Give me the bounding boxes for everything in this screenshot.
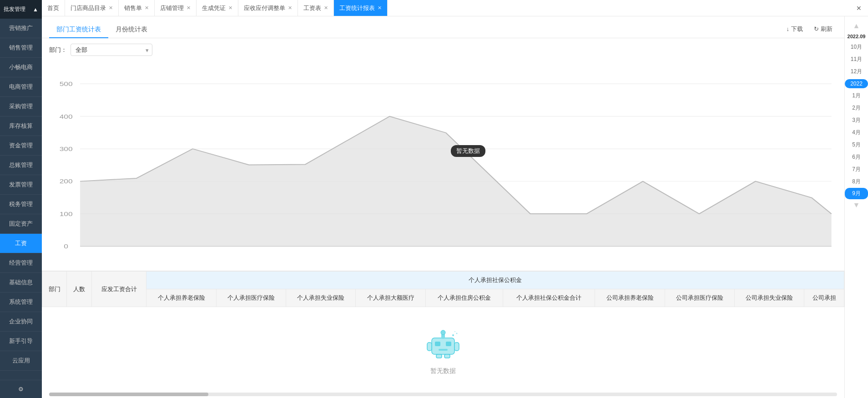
- sidebar-item-tax[interactable]: 税务管理: [0, 195, 42, 214]
- timeline-jul[interactable]: 7月: [845, 163, 868, 176]
- sub-tabs: 部门工资统计表 月份统计表 ↓ 下载 ↻ 刷新: [42, 16, 844, 38]
- tab-payroll[interactable]: 工资表 ✕: [298, 0, 334, 16]
- timeline-up-arrow[interactable]: ▲: [851, 20, 862, 32]
- tab-store-mgmt[interactable]: 店铺管理 ✕: [155, 0, 197, 16]
- svg-rect-15: [446, 342, 451, 346]
- svg-text:0: 0: [64, 243, 68, 250]
- sidebar: 批发管理 ▲ 营销推广 销售管理 小畅电商 电商管理 采购管理 库存核算 资金管…: [0, 0, 42, 398]
- data-table: 部门 人数 应发工资合计 个人承担社保公积金: [42, 271, 844, 391]
- tab-close-product-catalog[interactable]: ✕: [109, 5, 113, 10]
- timeline-header: 2022.09: [845, 32, 868, 41]
- svg-point-18: [441, 330, 445, 335]
- sidebar-item-wages[interactable]: 工资: [0, 234, 42, 253]
- timeline-oct[interactable]: 10月: [845, 41, 868, 53]
- tab-bar-end: ✕: [853, 3, 868, 14]
- chart-svg: 0 100 200 300 400 500: [49, 69, 837, 251]
- svg-rect-22: [444, 354, 450, 358]
- sidebar-title[interactable]: 批发管理 ▲: [0, 0, 42, 19]
- tab-produce-cert[interactable]: 生成凭证 ✕: [197, 0, 238, 16]
- tab-close-store-mgmt[interactable]: ✕: [187, 5, 191, 10]
- sidebar-item-invoice[interactable]: 发票管理: [0, 175, 42, 195]
- col-company-unemployment: 公司承担失业保险: [735, 289, 804, 307]
- tab-close-payroll-report[interactable]: ✕: [378, 5, 382, 10]
- sidebar-title-arrow: ▲: [33, 6, 38, 13]
- sidebar-item-collab[interactable]: 企业协同: [0, 312, 42, 332]
- sidebar-item-guide[interactable]: 新手引导: [0, 332, 42, 351]
- svg-text:300: 300: [60, 146, 73, 152]
- tab-close-produce-cert[interactable]: ✕: [228, 5, 232, 10]
- svg-rect-20: [454, 343, 459, 351]
- tab-bar: 首页 门店商品目录 ✕ 销售单 ✕ 店铺管理 ✕ 生成凭证 ✕ 应收应付调整单 …: [42, 0, 868, 16]
- timeline-year-2022[interactable]: 2022: [845, 79, 868, 88]
- timeline-feb[interactable]: 2月: [845, 102, 868, 114]
- sidebar-item-system[interactable]: 系统管理: [0, 292, 42, 312]
- col-personal-unemployment: 个人承担失业保险: [286, 289, 356, 307]
- empty-state: 暂无数据: [42, 307, 844, 391]
- sidebar-item-ledger[interactable]: 总账管理: [0, 156, 42, 175]
- sidebar-item-mini-ecom[interactable]: 小畅电商: [0, 58, 42, 77]
- timeline-down-arrow[interactable]: ▼: [851, 199, 862, 211]
- refresh-icon: ↻: [814, 25, 819, 32]
- sidebar-item-inventory[interactable]: 库存核算: [0, 116, 42, 136]
- tab-home[interactable]: 首页: [42, 0, 65, 16]
- tab-receivable[interactable]: 应收应付调整单 ✕: [238, 0, 298, 16]
- svg-point-25: [454, 331, 455, 332]
- filter-row: 部门： 全部: [42, 38, 844, 61]
- main-area: 首页 门店商品目录 ✕ 销售单 ✕ 店铺管理 ✕ 生成凭证 ✕ 应收应付调整单 …: [42, 0, 868, 398]
- sidebar-item-finance[interactable]: 资金管理: [0, 136, 42, 156]
- empty-text: 暂无数据: [430, 367, 456, 375]
- page-payroll-report: 部门工资统计表 月份统计表 ↓ 下载 ↻ 刷新: [42, 16, 844, 398]
- sidebar-title-label: 批发管理: [4, 5, 25, 13]
- content-area: 部门工资统计表 月份统计表 ↓ 下载 ↻ 刷新: [42, 16, 868, 398]
- settings-icon: ⚙: [18, 386, 24, 393]
- tab-close-payroll[interactable]: ✕: [324, 5, 328, 10]
- timeline-may[interactable]: 5月: [845, 139, 868, 151]
- sidebar-item-assets[interactable]: 固定资产: [0, 214, 42, 234]
- filter-label: 部门：: [49, 46, 67, 54]
- svg-text:500: 500: [60, 81, 73, 87]
- tab-sales-order[interactable]: 销售单 ✕: [119, 0, 155, 16]
- sidebar-item-purchase[interactable]: 采购管理: [0, 97, 42, 116]
- tab-close-sales-order[interactable]: ✕: [145, 5, 149, 10]
- sidebar-item-sales[interactable]: 销售管理: [0, 38, 42, 58]
- col-personal-total: 个人承担社保公积金合计: [503, 289, 595, 307]
- svg-rect-13: [432, 338, 454, 354]
- sidebar-item-marketing[interactable]: 营销推广: [0, 19, 42, 38]
- sidebar-settings[interactable]: ⚙: [0, 380, 42, 398]
- sub-tab-dept-stats[interactable]: 部门工资统计表: [49, 22, 108, 38]
- timeline-nov[interactable]: 11月: [845, 53, 868, 65]
- refresh-button[interactable]: ↻ 刷新: [809, 23, 837, 35]
- col-personal-medical: 个人承担医疗保险: [216, 289, 286, 307]
- timeline-jan[interactable]: 1月: [845, 90, 868, 102]
- svg-text:400: 400: [60, 113, 73, 120]
- sidebar-item-cloud[interactable]: 云应用: [0, 351, 42, 371]
- svg-text:100: 100: [60, 211, 73, 217]
- timeline-aug[interactable]: 8月: [845, 176, 868, 188]
- download-button[interactable]: ↓ 下载: [782, 23, 808, 35]
- timeline-apr[interactable]: 4月: [845, 126, 868, 139]
- tab-payroll-report[interactable]: 工资统计报表 ✕: [334, 0, 388, 16]
- filter-select-wrap: 全部: [71, 44, 152, 56]
- svg-rect-16: [439, 349, 448, 351]
- timeline-dec[interactable]: 12月: [845, 65, 868, 78]
- svg-rect-19: [427, 343, 432, 351]
- tab-close-receivable[interactable]: ✕: [288, 5, 292, 10]
- dept-filter-select[interactable]: 全部: [71, 44, 152, 56]
- timeline-jun[interactable]: 6月: [845, 151, 868, 163]
- scrollbar-thumb[interactable]: [49, 393, 208, 396]
- sidebar-item-basic[interactable]: 基础信息: [0, 273, 42, 292]
- table-section[interactable]: 部门 人数 应发工资合计 个人承担社保公积金: [42, 271, 844, 391]
- tab-product-catalog[interactable]: 门店商品目录 ✕: [65, 0, 119, 16]
- sidebar-item-operation[interactable]: 经营管理: [0, 253, 42, 273]
- chart-area: 0 100 200 300 400 500: [49, 69, 837, 251]
- col-dept: 部门: [42, 272, 67, 307]
- close-all-button[interactable]: ✕: [853, 3, 864, 14]
- timeline-sep[interactable]: 9月: [845, 188, 868, 199]
- col-company-medical: 公司承担医疗保险: [665, 289, 734, 307]
- horizontal-scrollbar[interactable]: [49, 393, 837, 396]
- svg-text:200: 200: [60, 178, 73, 185]
- timeline-mar[interactable]: 3月: [845, 114, 868, 126]
- sidebar-item-ecom[interactable]: 电商管理: [0, 77, 42, 97]
- sub-tab-month-stats[interactable]: 月份统计表: [108, 22, 155, 38]
- col-total-wage: 应发工资合计: [91, 272, 146, 307]
